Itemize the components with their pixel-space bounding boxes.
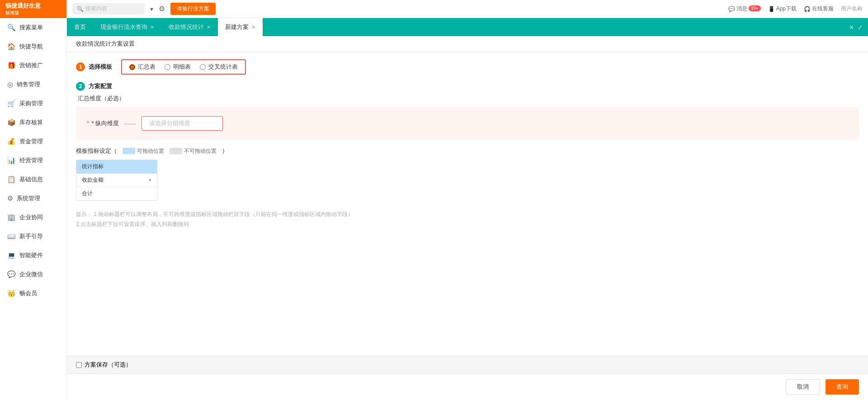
trial-button[interactable]: 体验行业方案 xyxy=(170,3,216,15)
app-name: 畅捷通好生意 xyxy=(5,2,41,10)
stats-table: 统计指标 收款金额 ▾ 合计 xyxy=(76,160,157,201)
legend-fixed: 不可拖动位置 xyxy=(170,147,217,155)
save-section: 方案保存（可选） xyxy=(67,356,868,373)
indicator-title-text: 模板指标设定（ xyxy=(76,147,117,155)
money-icon: 💰 xyxy=(7,137,16,146)
draggable-color-box xyxy=(123,148,135,154)
message-badge: 99+ xyxy=(749,5,761,11)
tab-expand-icon[interactable]: ⤢ xyxy=(858,24,863,31)
sidebar-item-operations[interactable]: 📊 经营管理 xyxy=(0,151,66,170)
section1-badge: 1 xyxy=(76,62,85,71)
save-label: 方案保存（可选） xyxy=(85,361,132,369)
dimension-area: * * 纵向维度 —— 请选择分组维度 xyxy=(76,107,859,140)
plan-config: 汇总维度（必选） * * 纵向维度 —— 请选择分组维度 xyxy=(76,94,859,229)
tab-bank-close[interactable]: ✕ xyxy=(150,24,154,30)
radio-cross-input[interactable] xyxy=(200,64,206,70)
tabbar-controls: ✕ ⤢ xyxy=(844,24,868,31)
radio-cross-label[interactable]: 交叉统计表 xyxy=(208,63,238,71)
sidebar-item-inventory[interactable]: 📦 库存核算 xyxy=(0,113,66,132)
book-icon: 📖 xyxy=(7,232,16,240)
dimension-dropdown[interactable]: 请选择分组维度 xyxy=(142,116,223,131)
radio-detail[interactable]: 明细表 xyxy=(165,63,191,71)
cancel-button[interactable]: 取消 xyxy=(786,379,820,395)
dropdown-arrow-icon[interactable]: ▾ xyxy=(150,5,153,13)
form-area: 1 选择模板 汇总表 明细表 交叉统计表 xyxy=(67,52,868,356)
radio-cross[interactable]: 交叉统计表 xyxy=(200,63,238,71)
sidebar-item-finance[interactable]: 💰 资金管理 xyxy=(0,132,66,151)
app-download[interactable]: 📱 App下载 xyxy=(768,5,797,13)
tabbar: 首页 现金银行流水查询 ✕ 收款情况统计 ✕ 新建方案 ✕ ✕ ⤢ xyxy=(67,18,868,36)
tab-collection[interactable]: 收款情况统计 ✕ xyxy=(161,18,218,36)
building-icon: 🏢 xyxy=(7,213,16,221)
required-star: * xyxy=(87,120,89,127)
sidebar: 畅捷通好生意 标准版 🔍 搜索菜单 🏠 快捷导航 🎁 营销推广 ◎ 销售管理 🛒… xyxy=(0,0,67,400)
row-dropdown-icon-0[interactable]: ▾ xyxy=(149,177,151,183)
section1-row: 1 选择模板 汇总表 明细表 交叉统计表 xyxy=(76,59,859,75)
tip-line-2: 2.点击标题栏下拉可设置排序、插入列和删除列 xyxy=(76,220,859,230)
sidebar-item-quick-nav[interactable]: 🏠 快捷导航 xyxy=(0,37,66,56)
list-icon: 📋 xyxy=(7,175,16,184)
indicator-title-close: ） xyxy=(222,147,228,155)
legend-draggable: 可拖动位置 xyxy=(123,147,164,155)
dimension-title: 汇总维度（必选） xyxy=(76,94,859,103)
dimension-row: * * 纵向维度 —— 请选择分组维度 xyxy=(87,116,848,131)
online-service[interactable]: 🎧 在线客服 xyxy=(804,5,834,13)
app-version: 标准版 xyxy=(5,10,41,16)
main-area: 🔍 搜索内容 ▾ ⚙ 体验行业方案 💬 消息 99+ 📱 App下载 🎧 在线客… xyxy=(67,0,868,400)
arrow-label: —— xyxy=(124,120,136,127)
chat-icon: 💬 xyxy=(7,270,16,278)
cart-icon: 🛒 xyxy=(7,99,16,108)
sidebar-item-enterprise[interactable]: 🏢 企业协同 xyxy=(0,208,66,227)
app-logo: 畅捷通好生意 标准版 xyxy=(0,0,66,18)
gift-icon: 🎁 xyxy=(7,61,16,70)
home-icon: 🏠 xyxy=(7,42,16,51)
tab-close-all-icon[interactable]: ✕ xyxy=(849,24,854,31)
computer-icon: 💻 xyxy=(7,251,16,259)
stats-row-0[interactable]: 收款金额 ▾ xyxy=(76,174,157,187)
radio-summary-label[interactable]: 汇总表 xyxy=(138,63,156,71)
sidebar-item-system[interactable]: ⚙ 系统管理 xyxy=(0,189,66,208)
tab-home[interactable]: 首页 xyxy=(67,18,93,36)
section1-label: 选择模板 xyxy=(89,63,112,71)
service-icon: 🎧 xyxy=(804,6,811,12)
fixed-color-box xyxy=(170,148,182,154)
indicator-title-row: 模板指标设定（ 可拖动位置 不可拖动位置 ） xyxy=(76,147,859,155)
section2-badge: 2 xyxy=(76,82,85,91)
sidebar-item-wechat[interactable]: 💬 企业微信 xyxy=(0,265,66,284)
sidebar-item-hardware[interactable]: 💻 智能硬件 xyxy=(0,246,66,265)
search-box[interactable]: 🔍 搜索内容 xyxy=(72,3,145,14)
sidebar-item-sales[interactable]: ◎ 销售管理 xyxy=(0,75,66,94)
gear-sidebar-icon: ⚙ xyxy=(7,194,13,202)
indicator-section: 模板指标设定（ 可拖动位置 不可拖动位置 ） 统计指标 xyxy=(76,147,859,201)
section2-label: 方案配置 xyxy=(89,82,112,90)
save-checkbox[interactable] xyxy=(76,362,82,368)
tab-new-plan-close[interactable]: ✕ xyxy=(251,24,255,30)
radio-summary-input[interactable] xyxy=(129,64,135,70)
template-selector: 汇总表 明细表 交叉统计表 xyxy=(121,59,246,75)
page-title: 收款情况统计方案设置 xyxy=(76,40,135,47)
settings-icon[interactable]: ⚙ xyxy=(159,5,165,13)
tab-new-plan[interactable]: 新建方案 ✕ xyxy=(218,18,263,36)
message-area[interactable]: 💬 消息 99+ xyxy=(728,5,761,13)
search-placeholder: 搜索内容 xyxy=(85,5,107,13)
radio-summary[interactable]: 汇总表 xyxy=(129,63,156,71)
sidebar-item-guide[interactable]: 📖 新手引导 xyxy=(0,227,66,246)
page-header: 收款情况统计方案设置 xyxy=(67,36,868,52)
tab-collection-close[interactable]: ✕ xyxy=(207,24,211,30)
username-display: 用户名称 xyxy=(841,5,863,13)
radio-detail-input[interactable] xyxy=(165,64,170,70)
radio-detail-label[interactable]: 明细表 xyxy=(173,63,191,71)
sidebar-item-basic-info[interactable]: 📋 基础信息 xyxy=(0,170,66,189)
topbar: 🔍 搜索内容 ▾ ⚙ 体验行业方案 💬 消息 99+ 📱 App下载 🎧 在线客… xyxy=(67,0,868,18)
sidebar-item-marketing[interactable]: 🎁 营销推广 xyxy=(0,56,66,75)
stats-table-header: 统计指标 xyxy=(76,160,157,174)
tab-bank[interactable]: 现金银行流水查询 ✕ xyxy=(93,18,161,36)
search-icon: 🔍 xyxy=(7,24,16,32)
sidebar-item-member[interactable]: 👑 畅会员 xyxy=(0,284,66,303)
query-button[interactable]: 查询 xyxy=(826,379,859,395)
crown-icon: 👑 xyxy=(7,289,16,297)
content-area: 收款情况统计方案设置 1 选择模板 汇总表 明细表 xyxy=(67,36,868,400)
sidebar-item-search[interactable]: 🔍 搜索菜单 xyxy=(0,18,66,37)
sidebar-item-purchase[interactable]: 🛒 采购管理 xyxy=(0,94,66,113)
tips: 提示： 1.拖动标题栏可以调整布局，不可跨维度或指标区域拖动栏目字段（只能在同一… xyxy=(76,210,859,229)
